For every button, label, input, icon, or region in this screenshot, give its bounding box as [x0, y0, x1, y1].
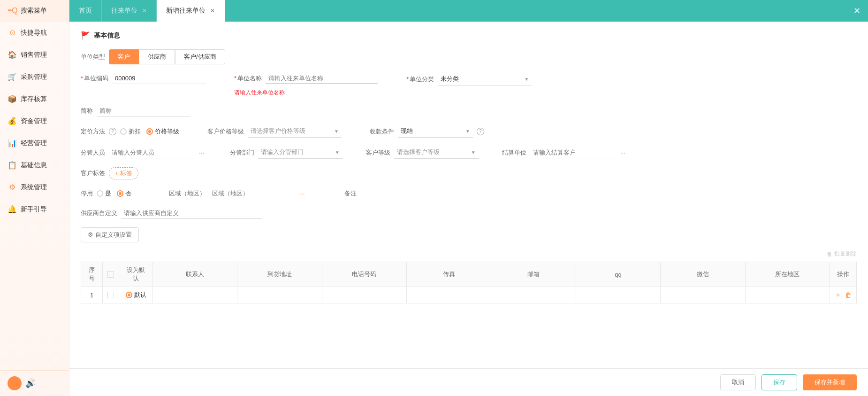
customer-price-level-label: 客户价格等级 — [207, 127, 244, 136]
unit-type-row: 单位类型 客户 供应商 客户/供应商 — [81, 49, 857, 64]
radio-discount-circle — [120, 128, 127, 135]
col-region: 所在地区 — [745, 262, 830, 287]
remark-input[interactable] — [360, 188, 501, 199]
price-level-chevron-down-icon: ▼ — [334, 129, 339, 134]
row-actions: ＋ 🗑 — [830, 287, 856, 303]
compass-icon: ⊙ — [8, 28, 17, 37]
radio-no[interactable]: 否 — [117, 189, 131, 198]
sidebar-item-search[interactable]: ≡Q 搜索菜单 — [0, 0, 69, 22]
sidebar-item-basic-info[interactable]: 📋 基础信息 — [0, 154, 69, 176]
delete-row-icon[interactable]: 🗑 — [845, 291, 852, 299]
radio-yes[interactable]: 是 — [97, 189, 111, 198]
unit-btn-supplier[interactable]: 供应商 — [139, 49, 175, 64]
close-partners-tab[interactable]: ✕ — [142, 8, 147, 14]
settlement-unit-group: 结算单位 ··· — [502, 147, 628, 158]
add-tag-button[interactable]: + 标签 — [109, 167, 138, 179]
area-label: 区域（地区） — [169, 189, 206, 198]
area-more-icon[interactable]: ··· — [297, 190, 307, 197]
sidebar-item-system[interactable]: ⚙ 系统管理 — [0, 176, 69, 198]
sidebar-item-purchase[interactable]: 🛒 采购管理 — [0, 66, 69, 88]
unit-category-select[interactable]: 未分类 ▼ — [438, 73, 532, 85]
unit-name-error: 请输入往来单位名称 — [234, 89, 285, 97]
sidebar-item-inventory[interactable]: 📦 库存核算 — [0, 88, 69, 110]
sidebar-item-operations[interactable]: 📊 经营管理 — [0, 132, 69, 154]
home-icon: 🏠 — [8, 50, 17, 59]
customer-level-select[interactable]: 请选择客户等级 ▼ — [394, 146, 479, 159]
settlement-more-icon[interactable]: ··· — [618, 149, 628, 156]
supplier-custom-input[interactable] — [121, 208, 262, 219]
add-row-icon[interactable]: ＋ — [835, 291, 841, 299]
unit-name-input[interactable] — [266, 73, 378, 84]
row-qq[interactable] — [576, 287, 660, 303]
sidebar-item-label: 采购管理 — [21, 73, 47, 81]
unit-code-label: *单位编码 — [81, 74, 108, 83]
col-phone: 电话号码 — [322, 262, 406, 287]
unit-code-input[interactable] — [112, 73, 206, 84]
department-chevron-down-icon: ▼ — [335, 150, 340, 155]
tab-home[interactable]: 首页 — [69, 0, 102, 22]
remark-label: 备注 — [344, 189, 357, 198]
sidebar-item-label: 搜索菜单 — [21, 7, 47, 15]
custom-settings-button[interactable]: ⚙ 自定义项设置 — [81, 227, 139, 242]
pricing-hint-icon[interactable]: ? — [109, 128, 116, 135]
sidebar-item-guide[interactable]: 🔔 新手引导 — [0, 198, 69, 220]
phone-input[interactable] — [327, 292, 402, 299]
manager-more-icon[interactable]: ··· — [197, 149, 206, 156]
row-email[interactable] — [491, 287, 576, 303]
region-input[interactable] — [750, 292, 825, 299]
row-phone[interactable] — [322, 287, 406, 303]
payment-terms-select[interactable]: 现结 ▼ — [398, 125, 473, 138]
save-new-button[interactable]: 保存并新增 — [803, 374, 857, 390]
pricing-row: 定价方法 ? 折扣 价格等级 客户价格等级 请选择客户价格等级 — [81, 125, 857, 138]
row-fax[interactable] — [407, 287, 491, 303]
save-button[interactable]: 保存 — [761, 374, 797, 390]
radio-price-level[interactable]: 价格等级 — [146, 127, 179, 136]
row-wechat[interactable] — [661, 287, 745, 303]
customer-price-level-select[interactable]: 请选择客户价格等级 ▼ — [248, 125, 342, 138]
short-name-label: 简称 — [81, 107, 93, 115]
payment-hint-icon[interactable]: ? — [477, 128, 484, 135]
unit-name-label: *单位名称 — [234, 74, 262, 83]
manager-label: 分管人员 — [81, 148, 105, 157]
unit-type-buttons: 客户 供应商 客户/供应商 — [109, 49, 225, 64]
department-select[interactable]: 请输入分管部门 ▼ — [258, 146, 343, 159]
area-input[interactable] — [209, 188, 294, 199]
radio-discount[interactable]: 折扣 — [120, 127, 141, 136]
row-address[interactable] — [237, 287, 322, 303]
tab-new-partner[interactable]: 新增往来单位 ✕ — [157, 0, 225, 22]
customer-tag-group: 客户标签 + 标签 — [81, 167, 138, 179]
customer-level-placeholder: 请选择客户等级 — [397, 148, 469, 156]
col-default: 设为默认 — [119, 262, 153, 287]
email-input[interactable] — [496, 292, 571, 299]
manager-input[interactable] — [109, 147, 193, 158]
short-name-input[interactable] — [97, 105, 190, 116]
tab-partners[interactable]: 往来单位 ✕ — [102, 0, 157, 22]
customer-level-label: 客户等级 — [366, 148, 390, 157]
supplier-custom-label: 供应商自定义 — [81, 209, 117, 217]
batch-delete-label[interactable]: 批量删除 — [834, 250, 857, 258]
col-wechat: 微信 — [661, 262, 745, 287]
contact-input[interactable] — [158, 292, 232, 299]
unit-btn-both[interactable]: 客户/供应商 — [175, 49, 225, 64]
select-all-checkbox[interactable] — [107, 271, 114, 278]
row-contact[interactable] — [153, 287, 237, 303]
settlement-unit-input[interactable] — [530, 147, 615, 158]
sidebar-item-finance[interactable]: 💰 资金管理 — [0, 110, 69, 132]
wechat-input[interactable] — [665, 292, 740, 299]
row-default-radio[interactable]: 默认 — [124, 291, 148, 299]
customer-tag-label: 客户标签 — [81, 169, 105, 178]
cancel-button[interactable]: 取消 — [720, 374, 756, 390]
address-input[interactable] — [242, 292, 317, 299]
sidebar-item-quick-nav[interactable]: ⊙ 快捷导航 — [0, 22, 69, 44]
close-all-tabs[interactable]: ✕ — [846, 6, 868, 16]
qq-input[interactable] — [581, 292, 655, 299]
fax-input[interactable] — [411, 292, 486, 299]
col-qq: qq — [576, 262, 660, 287]
close-new-partner-tab[interactable]: ✕ — [210, 8, 215, 14]
sidebar-item-label: 基础信息 — [21, 161, 47, 170]
sidebar-item-sales[interactable]: 🏠 销售管理 — [0, 44, 69, 66]
trash-icon: 🗑 — [827, 251, 832, 257]
row-region[interactable] — [745, 287, 830, 303]
unit-btn-customer[interactable]: 客户 — [109, 49, 139, 64]
row-checkbox-item[interactable] — [107, 292, 114, 298]
